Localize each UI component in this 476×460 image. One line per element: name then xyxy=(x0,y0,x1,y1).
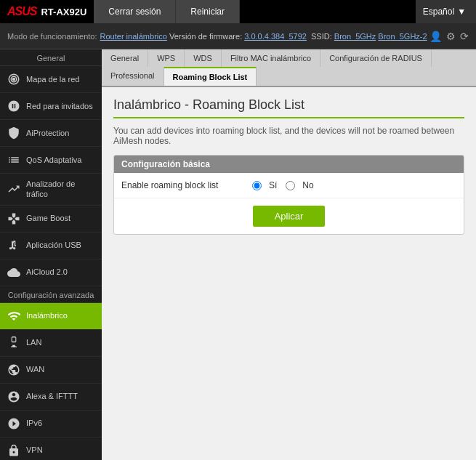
advanced-section-label: Configuración avanzada xyxy=(0,286,102,303)
radio-no-text: No xyxy=(302,180,313,190)
vpn-icon xyxy=(6,443,22,459)
sidebar-item-vpn[interactable]: VPN xyxy=(0,437,102,460)
page-title: Inalámbrico - Roaming Block List xyxy=(113,97,464,118)
tab-general[interactable]: General xyxy=(102,49,148,67)
network-map-icon xyxy=(6,71,22,87)
sidebar-item-lan[interactable]: LAN xyxy=(0,330,102,357)
usb-icon xyxy=(6,238,22,254)
apply-button-wrap: Aplicar xyxy=(114,198,464,234)
sidebar: General Mapa de la red Red para invitado… xyxy=(0,49,102,460)
wan-icon xyxy=(6,362,22,378)
language-label: Español xyxy=(423,7,454,17)
wireless-icon xyxy=(6,308,22,324)
radio-no-label[interactable]: No xyxy=(286,180,313,190)
config-row-value: Sí No xyxy=(252,180,314,190)
sidebar-item-invitados-label: Red para invitados xyxy=(26,101,93,111)
refresh-icon: ⟳ xyxy=(460,31,469,42)
traffic-analyzer-icon xyxy=(6,181,22,197)
firmware-label: Versión de firmware: xyxy=(169,32,242,41)
user-icon: 👤 xyxy=(429,31,442,42)
header-buttons: Cerrar sesión Reiniciar xyxy=(94,0,254,23)
page-content: Inalámbrico - Roaming Block List You can… xyxy=(102,87,476,460)
main-layout: General Mapa de la red Red para invitado… xyxy=(0,49,476,460)
sidebar-item-qos[interactable]: QoS Adaptativa xyxy=(0,147,102,174)
config-section-header: Configuración básica xyxy=(114,156,464,173)
gameboost-icon xyxy=(6,211,22,227)
config-row-roaming: Enable roaming block list Sí No xyxy=(114,173,464,198)
radio-yes[interactable] xyxy=(252,181,262,190)
reboot-button[interactable]: Reiniciar xyxy=(176,0,240,23)
aiprotection-icon xyxy=(6,125,22,141)
ssid-label: SSID: xyxy=(311,32,332,41)
radio-no[interactable] xyxy=(286,181,295,190)
tab-wds[interactable]: WDS xyxy=(185,49,222,67)
sidebar-item-wan-label: WAN xyxy=(26,364,44,374)
sidebar-item-wan[interactable]: WAN xyxy=(0,357,102,384)
sidebar-item-aicloud[interactable]: AiCloud 2.0 xyxy=(0,259,102,286)
sidebar-item-red[interactable]: Mapa de la red xyxy=(0,66,102,93)
tab-filtro[interactable]: Filtro MAC inalámbrico xyxy=(222,49,320,67)
sidebar-item-usb-label: Aplicación USB xyxy=(26,240,81,250)
radio-yes-label[interactable]: Sí xyxy=(252,180,277,190)
radio-yes-text: Sí xyxy=(269,180,277,190)
info-bar-icons: 👤 ⚙ ⟳ xyxy=(429,31,469,42)
page-description: You can add devices into roaming block l… xyxy=(113,126,464,146)
logout-button[interactable]: Cerrar sesión xyxy=(94,0,176,23)
content-area: General WPS WDS Filtro MAC inalámbrico C… xyxy=(102,49,476,460)
sidebar-item-aicloud-label: AiCloud 2.0 xyxy=(26,267,68,277)
tab-roaming[interactable]: Roaming Block List xyxy=(164,67,257,86)
sidebar-item-lan-label: LAN xyxy=(26,337,41,347)
qos-icon xyxy=(6,152,22,168)
sidebar-item-gameboost[interactable]: Game Boost xyxy=(0,206,102,233)
sidebar-item-ipv6[interactable]: IPv6 xyxy=(0,411,102,437)
sidebar-item-aiprotection-label: AiProtection xyxy=(26,128,69,138)
sidebar-item-ipv6-label: IPv6 xyxy=(26,418,42,428)
sidebar-item-analizador[interactable]: Analizador de tráfico xyxy=(0,174,102,206)
language-selector[interactable]: Español ▼ xyxy=(416,0,476,23)
logo: ASUS RT-AX92U xyxy=(0,5,94,18)
tab-wps[interactable]: WPS xyxy=(148,49,185,67)
config-row-label: Enable roaming block list xyxy=(121,180,252,190)
alexa-icon xyxy=(6,389,22,405)
mode-label: Modo de funcionamiento: xyxy=(7,32,97,41)
ipv6-icon xyxy=(6,416,22,432)
firmware-link[interactable]: 3.0.0.4.384_5792 xyxy=(244,32,307,41)
config-section: Configuración básica Enable roaming bloc… xyxy=(113,155,464,235)
aicloud-icon xyxy=(6,265,22,281)
general-section-label: General xyxy=(0,49,102,66)
sidebar-item-inalambrico-label: Inalámbrico xyxy=(26,310,68,320)
tabs-bar: General WPS WDS Filtro MAC inalámbrico C… xyxy=(102,49,476,87)
sidebar-item-invitados[interactable]: Red para invitados xyxy=(0,93,102,120)
guest-network-icon xyxy=(6,98,22,114)
info-bar: Modo de funcionamiento: Router inalámbri… xyxy=(0,23,476,49)
asus-logo: ASUS xyxy=(7,5,36,18)
lan-icon xyxy=(6,335,22,351)
header: ASUS RT-AX92U Cerrar sesión Reiniciar Es… xyxy=(0,0,476,23)
mode-link[interactable]: Router inalámbrico xyxy=(100,32,167,41)
sidebar-item-analizador-label: Analizador de tráfico xyxy=(26,179,96,200)
sidebar-item-red-label: Mapa de la red xyxy=(26,74,79,84)
sidebar-item-alexa-label: Alexa & IFTTT xyxy=(26,391,78,401)
sidebar-item-qos-label: QoS Adaptativa xyxy=(26,155,81,165)
tab-radius[interactable]: Configuración de RADIUS xyxy=(320,49,432,67)
sidebar-item-inalambrico[interactable]: Inalámbrico xyxy=(0,303,102,330)
ssid-5g-link[interactable]: Bron_5GHz-2 xyxy=(378,32,427,41)
sidebar-item-usb[interactable]: Aplicación USB xyxy=(0,233,102,259)
sidebar-item-alexa[interactable]: Alexa & IFTTT xyxy=(0,384,102,411)
tab-professional[interactable]: Professional xyxy=(102,67,164,86)
settings-icon: ⚙ xyxy=(446,31,456,42)
sidebar-item-aiprotection[interactable]: AiProtection xyxy=(0,120,102,147)
model-name: RT-AX92U xyxy=(41,7,86,17)
svg-point-0 xyxy=(12,78,16,81)
sidebar-item-vpn-label: VPN xyxy=(26,445,43,455)
chevron-down-icon: ▼ xyxy=(457,7,466,17)
ssid-2g-link[interactable]: Bron_5GHz xyxy=(334,32,376,41)
sidebar-item-gameboost-label: Game Boost xyxy=(26,213,70,223)
apply-button[interactable]: Aplicar xyxy=(253,206,326,227)
